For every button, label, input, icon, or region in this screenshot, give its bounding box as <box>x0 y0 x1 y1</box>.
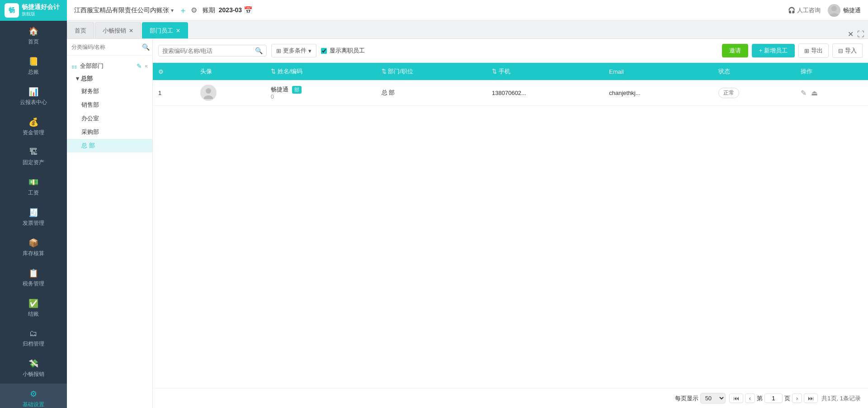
dept-item-caigou[interactable]: 采购部 <box>67 125 152 139</box>
sidebar-item-7[interactable]: 📦库存核算 <box>0 232 67 263</box>
sidebar-item-6[interactable]: 🧾发票管理 <box>0 202 67 232</box>
support-button[interactable]: 🎧 人工咨询 <box>788 6 821 14</box>
main-layout: 🏠首页📒总账📊云报表中心💰资金管理🏗固定资产💵工资🧾发票管理📦库存核算📋税务管理… <box>0 21 868 408</box>
dept-item-bangongshi[interactable]: 办公室 <box>67 112 152 125</box>
sidebar-icon-10: 🗂 <box>29 329 38 338</box>
dept-item-zongbu[interactable]: 总 部 <box>67 139 152 152</box>
employee-panel: 🔍 ⊞ 更多条件 ▾ 显示离职员工 邀请 + 新增员工 <box>153 39 868 408</box>
sidebar-icon-12: ⚙ <box>30 389 37 399</box>
col-phone[interactable]: ⇅ 手机 <box>486 63 604 80</box>
tab-actions: ✕ ⛶ <box>848 30 868 38</box>
user-area[interactable]: 畅捷通 <box>828 4 861 17</box>
avatar-icon <box>200 85 217 101</box>
all-dept-header[interactable]: ⚏ 全部部门 ✎ « <box>67 59 152 73</box>
logo-area: 畅 畅捷通好会计 旗舰版 <box>0 0 67 21</box>
show-resigned-label: 显示离职员工 <box>330 47 365 55</box>
tab-close-1[interactable]: ✕ <box>129 28 133 34</box>
dept-search-area: 🔍 <box>67 39 152 56</box>
last-page-button[interactable]: ⏭ <box>804 394 818 403</box>
prev-page-button[interactable]: ‹ <box>745 394 755 403</box>
next-page-button[interactable]: › <box>792 394 802 403</box>
tab-close-2[interactable]: ✕ <box>176 28 180 34</box>
sidebar-icon-4: 🏗 <box>29 147 38 157</box>
sidebar-item-0[interactable]: 🏠首页 <box>0 21 67 51</box>
all-dept-label: 全部部门 <box>80 62 104 70</box>
col-name[interactable]: ⇅ 姓名/编码 <box>265 63 376 80</box>
sidebar-label-2: 云报表中心 <box>20 99 47 106</box>
row-email: chanjethkj... <box>604 80 713 106</box>
dept-item-caiwu[interactable]: 财务部 <box>67 85 152 98</box>
pagination: 每页显示 50 10 20 100 ⏮ ‹ 第 页 <box>153 388 868 408</box>
dept-group-label[interactable]: ▾ 总部 <box>67 73 152 85</box>
sidebar-item-10[interactable]: 🗂归档管理 <box>0 323 67 353</box>
grid-icon: ⚏ <box>71 62 77 70</box>
col-settings[interactable]: ⚙ <box>153 63 195 80</box>
tab-2[interactable]: 部门员工✕ <box>142 22 188 38</box>
delete-icon[interactable]: ⏏ <box>811 89 818 97</box>
sidebar-label-7: 库存核算 <box>23 250 44 257</box>
sidebar-item-9[interactable]: ✅结账 <box>0 293 67 323</box>
sidebar-label-6: 发票管理 <box>23 219 44 227</box>
content-area: 首页小畅报销✕部门员工✕ ✕ ⛶ 🔍 ⚏ 全部部门 ✎ « <box>67 21 868 408</box>
page-size-select: 每页显示 50 10 20 100 <box>675 393 726 403</box>
employee-code: 0 <box>271 94 370 100</box>
sidebar-icon-6: 🧾 <box>28 208 38 218</box>
company-dropdown-button[interactable]: ▾ <box>171 7 174 14</box>
sidebar-item-8[interactable]: 📋税务管理 <box>0 263 67 293</box>
toolbar-right: 邀请 + 新增员工 ⊞ 导出 ⊟ 导入 <box>722 43 863 58</box>
logo-subtitle: 旗舰版 <box>22 11 60 17</box>
dept-item-xiaoshou[interactable]: 销售部 <box>67 98 152 112</box>
search-input[interactable] <box>162 47 252 54</box>
row-avatar <box>195 80 265 106</box>
status-badge: 正常 <box>718 88 739 98</box>
sidebar-item-12[interactable]: ⚙基础设置 <box>0 384 67 408</box>
sidebar-item-3[interactable]: 💰资金管理 <box>0 112 67 142</box>
sidebar-item-2[interactable]: 📊云报表中心 <box>0 81 67 112</box>
add-company-button[interactable]: ＋ <box>179 5 187 16</box>
page-content: 🔍 ⚏ 全部部门 ✎ « ▾ 总部 财务部 销售部 办公室 采购部 <box>67 39 868 408</box>
search-box: 🔍 <box>158 45 267 57</box>
search-icon[interactable]: 🔍 <box>255 47 263 54</box>
dept-search-input[interactable] <box>71 44 139 50</box>
page-number-input[interactable] <box>764 394 783 403</box>
sidebar-label-8: 税务管理 <box>23 280 44 288</box>
dept-search-icon[interactable]: 🔍 <box>142 43 150 51</box>
row-index: 1 <box>153 80 195 106</box>
close-tab-button[interactable]: ✕ <box>848 30 854 38</box>
tab-1[interactable]: 小畅报销✕ <box>95 22 141 38</box>
col-status: 状态 <box>713 63 795 80</box>
dept-collapse-icon[interactable]: « <box>145 63 148 69</box>
page-label: 页 <box>784 394 790 403</box>
row-actions: ✎ ⏏ <box>795 80 868 106</box>
dept-group-zongbu: ▾ 总部 财务部 销售部 办公室 采购部 总 部 <box>67 73 152 152</box>
first-page-button[interactable]: ⏮ <box>729 394 743 403</box>
col-dept[interactable]: ⇅ 部门/职位 <box>376 63 486 80</box>
headset-icon: 🎧 <box>788 7 795 14</box>
page-nav: ⏮ ‹ 第 页 › ⏭ <box>729 394 818 403</box>
sidebar-item-4[interactable]: 🏗固定资产 <box>0 142 67 172</box>
edit-icon[interactable]: ✎ <box>801 89 807 97</box>
svg-point-0 <box>831 6 837 11</box>
export-button[interactable]: ⊞ 导出 <box>798 43 829 58</box>
tab-0[interactable]: 首页 <box>67 22 94 38</box>
dept-edit-icon[interactable]: ✎ <box>137 62 142 70</box>
sidebar-icon-1: 📒 <box>28 57 38 66</box>
sidebar-item-5[interactable]: 💵工资 <box>0 172 67 202</box>
sidebar-icon-11: 💸 <box>28 359 38 369</box>
fullscreen-tab-button[interactable]: ⛶ <box>857 30 864 38</box>
more-filter-button[interactable]: ⊞ 更多条件 ▾ <box>271 44 316 57</box>
per-page-select[interactable]: 50 10 20 100 <box>700 393 726 403</box>
settings-button[interactable]: ⚙ <box>191 6 197 14</box>
add-employee-button[interactable]: + 新增员工 <box>752 44 795 57</box>
calendar-icon[interactable]: 📅 <box>244 6 253 14</box>
sidebar-item-11[interactable]: 💸小畅报销 <box>0 353 67 384</box>
sidebar-item-1[interactable]: 📒总账 <box>0 51 67 81</box>
sidebar-label-10: 归档管理 <box>23 340 44 348</box>
sidebar-label-3: 资金管理 <box>23 129 44 137</box>
row-dept: 总 部 <box>376 80 486 106</box>
filter-icon: ⊞ <box>276 47 281 54</box>
col-avatar: 头像 <box>195 63 265 80</box>
import-button[interactable]: ⊟ 导入 <box>832 43 863 58</box>
show-resigned-checkbox[interactable] <box>321 48 327 54</box>
invite-button[interactable]: 邀请 <box>722 44 748 57</box>
